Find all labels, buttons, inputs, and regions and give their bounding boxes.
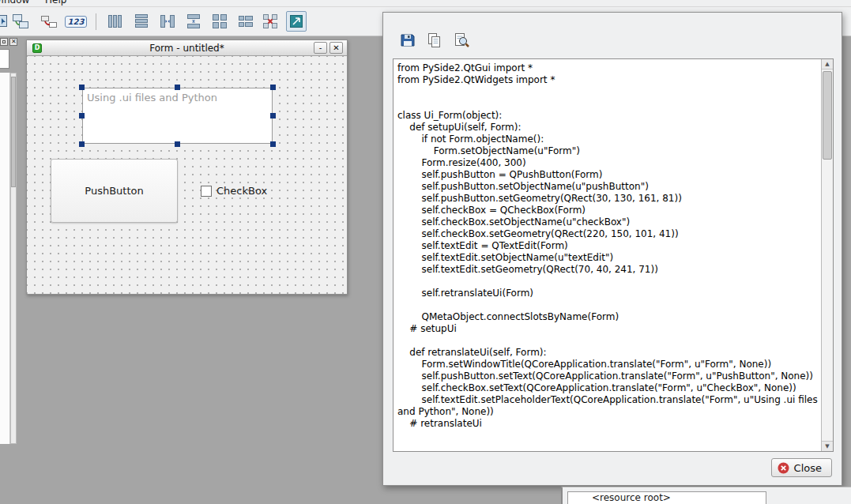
selection-handle[interactable] bbox=[79, 85, 85, 90]
adjust-size-icon bbox=[288, 13, 305, 30]
code-scrollbar[interactable]: ▲ ▼ bbox=[821, 59, 833, 451]
layout-splitter-horizontal-icon bbox=[159, 13, 176, 30]
checkbox-widget[interactable]: CheckBox bbox=[201, 175, 281, 207]
save-icon bbox=[399, 32, 416, 49]
code-preview-dialog: from PySide2.QtGui import * from PySide2… bbox=[382, 12, 842, 486]
pushbutton-widget[interactable]: PushButton bbox=[51, 159, 178, 223]
layout-grid-icon bbox=[211, 13, 228, 30]
menubar: Window Help bbox=[0, 0, 851, 7]
selection-handle[interactable] bbox=[270, 113, 276, 118]
toolbar-separator bbox=[96, 13, 96, 30]
edit-taborder-icon: 123 bbox=[65, 16, 88, 28]
widgetbox-filter-input[interactable] bbox=[0, 49, 9, 69]
adjust-size-button[interactable] bbox=[286, 11, 307, 32]
close-icon: ✕ bbox=[11, 38, 17, 45]
form-window-icon: D bbox=[32, 43, 42, 53]
selection-handle[interactable] bbox=[79, 141, 85, 147]
widgetbox-scrollbar[interactable] bbox=[10, 73, 17, 444]
layout-horizontal-button[interactable] bbox=[105, 11, 126, 32]
edit-signals-button[interactable] bbox=[10, 11, 31, 32]
layout-splitter-horizontal-button[interactable] bbox=[157, 11, 178, 32]
find-button[interactable] bbox=[451, 30, 472, 51]
layout-grid-button[interactable] bbox=[209, 11, 230, 32]
selection-handle[interactable] bbox=[79, 113, 85, 118]
code-dialog-toolbar bbox=[397, 30, 472, 51]
edit-signals-icon bbox=[12, 13, 29, 30]
copy-icon bbox=[426, 32, 443, 49]
break-layout-icon bbox=[262, 13, 279, 30]
layout-horizontal-icon bbox=[107, 13, 124, 30]
form-window-titlebar[interactable]: D Form - untitled* - ✕ bbox=[27, 40, 347, 56]
close-circle-icon bbox=[778, 462, 789, 474]
copy-button[interactable] bbox=[424, 30, 445, 51]
form-minimize-button[interactable]: - bbox=[314, 42, 327, 54]
float-icon bbox=[2, 40, 6, 43]
break-layout-button[interactable] bbox=[260, 11, 281, 32]
scroll-down-button[interactable]: ▼ bbox=[822, 441, 833, 451]
dock-float-button[interactable] bbox=[0, 38, 8, 46]
form-designer-window: D Form - untitled* - ✕ Using .ui files a… bbox=[26, 39, 348, 295]
layout-vertical-icon bbox=[133, 13, 150, 30]
edit-buddies-button[interactable] bbox=[39, 11, 59, 32]
edit-widgets-icon bbox=[0, 13, 8, 30]
layout-splitter-vertical-button[interactable] bbox=[183, 11, 204, 32]
menu-help[interactable]: Help bbox=[45, 0, 66, 6]
layout-vertical-button[interactable] bbox=[131, 11, 152, 32]
form-canvas[interactable]: Using .ui files and Python PushButton Ch… bbox=[27, 56, 347, 294]
widgetbox-panel bbox=[0, 73, 10, 444]
scroll-up-button[interactable]: ▲ bbox=[822, 59, 833, 70]
checkbox-label: CheckBox bbox=[217, 185, 267, 197]
dialog-close-label: Close bbox=[794, 462, 822, 474]
edit-buddies-icon bbox=[40, 13, 58, 30]
code-scrollbar-thumb[interactable] bbox=[823, 71, 832, 160]
menu-window[interactable]: Window bbox=[0, 0, 29, 6]
layout-splitter-vertical-icon bbox=[185, 13, 202, 30]
dialog-close-button[interactable]: Close bbox=[771, 458, 832, 477]
code-text[interactable]: from PySide2.QtGui import * from PySide2… bbox=[393, 59, 821, 451]
layout-form-icon bbox=[237, 13, 254, 30]
selection-handle[interactable] bbox=[175, 85, 180, 90]
resource-browser-dock: <resource root> bbox=[561, 487, 851, 504]
selection-handle[interactable] bbox=[270, 85, 276, 90]
checkbox-indicator[interactable] bbox=[201, 186, 212, 197]
form-window-title: Form - untitled* bbox=[27, 43, 347, 54]
selection-handle[interactable] bbox=[175, 141, 180, 147]
widgetbox-scrollbar-thumb[interactable] bbox=[11, 77, 16, 187]
find-icon bbox=[453, 32, 470, 49]
edit-taborder-button[interactable]: 123 bbox=[66, 11, 86, 32]
code-text-area[interactable]: from PySide2.QtGui import * from PySide2… bbox=[393, 58, 834, 452]
selection-handle[interactable] bbox=[270, 141, 276, 147]
textedit-placeholder: Using .ui files and Python bbox=[82, 88, 273, 144]
form-close-button[interactable]: ✕ bbox=[329, 42, 343, 54]
qt-designer-screen: Window Help 123 bbox=[0, 0, 851, 504]
edit-widgets-button[interactable] bbox=[0, 11, 9, 32]
save-button[interactable] bbox=[397, 30, 418, 51]
resource-root-item[interactable]: <resource root> bbox=[567, 491, 766, 504]
textedit-widget[interactable]: Using .ui files and Python bbox=[82, 88, 273, 144]
layout-form-button[interactable] bbox=[235, 11, 256, 32]
dock-close-button[interactable]: ✕ bbox=[9, 38, 17, 46]
